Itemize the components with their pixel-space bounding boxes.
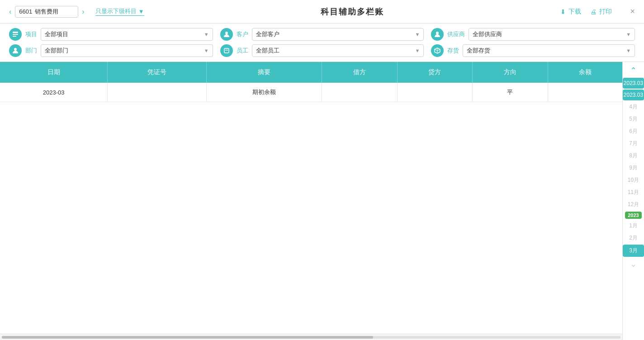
- filter-bar: 项目 全部项目 ▼ 客户 全部客户 ▼: [0, 24, 644, 62]
- scrollbar-track: [2, 336, 620, 339]
- col-summary: 摘要: [206, 62, 322, 83]
- svg-rect-2: [13, 36, 16, 37]
- sidebar-item-2023-03-second[interactable]: 2023.03: [623, 90, 644, 100]
- sidebar-label: 12月: [628, 201, 639, 208]
- chevron-down-icon: ▼: [415, 32, 420, 37]
- scrollbar-thumb[interactable]: [2, 336, 373, 339]
- project-icon: [9, 28, 22, 41]
- account-name: 销售费用: [35, 8, 58, 16]
- show-sub-toggle[interactable]: 只显示下级科目 ▼: [95, 7, 144, 16]
- sidebar-label: 5月: [629, 115, 638, 123]
- svg-rect-1: [13, 34, 18, 35]
- nav-prev-button[interactable]: ‹: [9, 8, 11, 16]
- col-debit: 借方: [322, 62, 398, 83]
- inventory-select[interactable]: 全部存货 ▼: [463, 44, 635, 57]
- top-bar: ‹ 6601 销售费用 › 只显示下级科目 ▼ 科目辅助多栏账 ⬇ 下载 🖨 打…: [0, 0, 644, 24]
- cell-balance: [548, 83, 622, 102]
- sidebar-label: 2月: [629, 234, 638, 242]
- col-voucher: 凭证号: [108, 62, 206, 83]
- chevron-down-icon: ▼: [204, 48, 209, 53]
- print-label: 打印: [599, 8, 612, 16]
- employee-label: 员工: [237, 47, 248, 55]
- svg-rect-5: [224, 48, 229, 53]
- sidebar-label: 4月: [629, 103, 638, 111]
- supplier-label: 供应商: [447, 30, 465, 38]
- cell-summary: 期初余额: [206, 83, 322, 102]
- sidebar-item-2023-03-first[interactable]: 2023.03: [623, 78, 644, 89]
- account-code: 6601: [19, 8, 32, 15]
- col-credit: 贷方: [397, 62, 473, 83]
- project-label: 项目: [25, 30, 37, 38]
- sidebar-item-10[interactable]: 10月: [623, 174, 644, 186]
- cell-credit: [397, 83, 473, 102]
- col-balance: 余额: [548, 62, 622, 83]
- sidebar-item-3-active[interactable]: 3月: [623, 245, 644, 257]
- supplier-select[interactable]: 全部供应商 ▼: [469, 28, 635, 41]
- sidebar-label: 9月: [629, 164, 638, 172]
- employee-select[interactable]: 全部员工 ▼: [252, 44, 424, 57]
- dept-select[interactable]: 全部部门 ▼: [41, 44, 213, 57]
- svg-point-4: [14, 48, 17, 51]
- sidebar-label: 8月: [629, 152, 638, 160]
- filter-project: 项目 全部项目 ▼: [9, 28, 213, 41]
- close-button[interactable]: ×: [630, 7, 635, 16]
- filter-inventory: 存货 全部存货 ▼: [431, 44, 635, 57]
- sidebar-label: 3月: [629, 247, 638, 255]
- project-select[interactable]: 全部项目 ▼: [41, 28, 213, 41]
- nav-next-button[interactable]: ›: [82, 8, 84, 16]
- supplier-icon: [431, 28, 444, 41]
- employee-icon: [220, 44, 233, 57]
- print-button[interactable]: 🖨 打印: [590, 8, 612, 16]
- sidebar-up-arrow[interactable]: ⌃: [628, 64, 639, 77]
- horizontal-scrollbar[interactable]: [0, 334, 622, 340]
- sidebar-label: 11月: [628, 189, 639, 196]
- sidebar-label: 2023.03: [624, 92, 643, 98]
- dept-select-value: 全部部门: [45, 47, 68, 55]
- svg-rect-6: [225, 50, 228, 51]
- sidebar-item-7[interactable]: 7月: [623, 137, 644, 150]
- filter-customer: 客户 全部客户 ▼: [220, 28, 424, 41]
- customer-label: 客户: [237, 30, 248, 38]
- download-button[interactable]: ⬇ 下载: [560, 8, 581, 16]
- sidebar-item-2[interactable]: 2月: [623, 232, 644, 244]
- cell-direction: 平: [473, 83, 548, 102]
- top-bar-left: ‹ 6601 销售费用 › 只显示下级科目 ▼: [9, 6, 144, 18]
- print-icon: 🖨: [590, 8, 597, 15]
- show-sub-label: 只显示下级科目: [95, 7, 137, 15]
- sidebar-label: 10月: [628, 176, 639, 184]
- filter-supplier: 供应商 全部供应商 ▼: [431, 28, 635, 41]
- sidebar-item-8[interactable]: 8月: [623, 150, 644, 162]
- sidebar-down-arrow[interactable]: ⌄: [628, 257, 639, 271]
- data-table: 日期 凭证号 摘要 借方 贷方 方向 余额 2023-03: [0, 62, 622, 102]
- filter-employee: 员工 全部员工 ▼: [220, 44, 424, 57]
- download-label: 下载: [568, 8, 581, 16]
- top-bar-actions: ⬇ 下载 🖨 打印 ×: [560, 7, 635, 16]
- sidebar-item-5[interactable]: 5月: [623, 113, 644, 125]
- cell-date: 2023-03: [0, 83, 108, 102]
- customer-icon: [220, 28, 233, 41]
- inventory-icon: [431, 44, 444, 57]
- table-area: 日期 凭证号 摘要 借方 贷方 方向 余额 2023-03: [0, 62, 622, 340]
- employee-select-value: 全部员工: [256, 47, 279, 55]
- customer-select[interactable]: 全部客户 ▼: [252, 28, 424, 41]
- col-date: 日期: [0, 62, 108, 83]
- sidebar-item-11[interactable]: 11月: [623, 186, 644, 198]
- cell-voucher: [108, 83, 206, 102]
- sidebar-item-12[interactable]: 12月: [623, 198, 644, 211]
- dept-icon: [9, 44, 22, 57]
- sidebar-item-9[interactable]: 9月: [623, 162, 644, 174]
- sidebar-label: 7月: [629, 140, 638, 147]
- chevron-down-icon: ▼: [415, 48, 420, 53]
- svg-point-3: [436, 32, 439, 34]
- filter-row-1: 项目 全部项目 ▼ 客户 全部客户 ▼: [9, 28, 635, 41]
- inventory-label: 存货: [447, 47, 459, 55]
- right-sidebar: ⌃ 2023.03 2023.03 4月 5月 6月 7月 8月: [622, 62, 644, 340]
- project-select-value: 全部项目: [45, 30, 68, 38]
- sidebar-item-6[interactable]: 6月: [623, 125, 644, 137]
- sidebar-item-4[interactable]: 4月: [623, 101, 644, 113]
- sidebar-label: 6月: [629, 128, 638, 135]
- chevron-down-icon: ▼: [138, 8, 144, 15]
- sidebar-item-1[interactable]: 1月: [623, 220, 644, 232]
- cell-debit: [322, 83, 398, 102]
- chevron-down-icon: ▼: [626, 48, 631, 53]
